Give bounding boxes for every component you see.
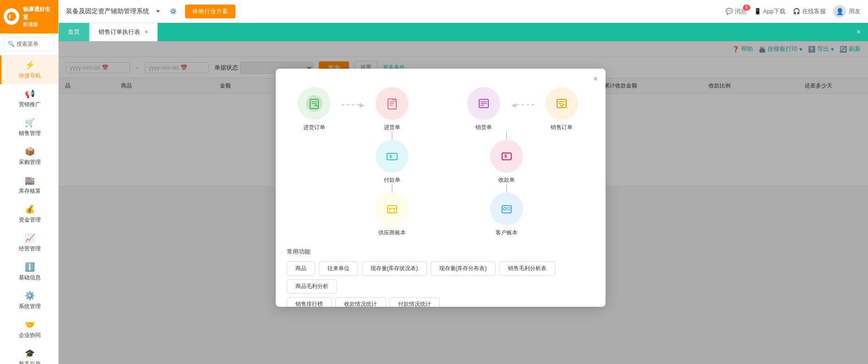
sidebar-item-label: 企业协同 [19, 331, 41, 339]
common-buttons-row1: 商品 往来单位 现存量(库存状况表) 现存量(库存分布表) 销售毛利分析表 商品… [287, 261, 595, 293]
arrow-spacer2 [420, 184, 479, 192]
sales-icon: 🛒 [25, 118, 35, 128]
sidebar-item-quick-nav[interactable]: ⚡ 快捷导航 [0, 55, 58, 84]
sidebar-item-label: 销售管理 [19, 130, 41, 137]
sidebar-item-label: 营销推广 [19, 101, 41, 109]
sidebar-logo: 6 畅康通好生意 标准版 [0, 0, 58, 33]
sidebar-item-basic-info[interactable]: ℹ️ 基础信息 [0, 257, 58, 286]
common-btn-receipt-stats[interactable]: 收款情况统计 [335, 297, 386, 307]
purchase-bill-icon [383, 95, 401, 112]
sidebar-item-enterprise[interactable]: 🤝 企业协同 [0, 315, 58, 344]
common-btn-stock-dist[interactable]: 现存量(库存分布表) [431, 261, 496, 276]
purchase-bill-circle [376, 87, 409, 120]
flow-row-1: 进货订单 ▶ 进 [287, 87, 595, 131]
tab-home-label: 首页 [68, 28, 80, 36]
common-btn-stock-status[interactable]: 现存量(库存状况表) [362, 261, 427, 276]
flow-row-arrows [287, 131, 595, 140]
logo-sub: 标准版 [23, 21, 55, 28]
messages-badge: 5 [743, 5, 750, 11]
flow-node-sales-bill[interactable]: 销货单 [456, 87, 511, 131]
flow-node-receipt[interactable]: ¥ 收款单 [479, 140, 534, 184]
common-btn-payment-stats[interactable]: 付款情况统计 [389, 297, 440, 307]
flow-node-purchase-bill[interactable]: 进货单 [365, 87, 420, 131]
user-menu[interactable]: 👤 用友 [833, 5, 861, 18]
common-btn-goods-margin[interactable]: 商品毛利分析 [287, 279, 337, 293]
flow-node-purchase-order[interactable]: 进货订单 [287, 87, 342, 131]
arrow-right-1: ▶ [342, 101, 365, 109]
sidebar-item-label: 基础信息 [19, 274, 41, 282]
window-close-button[interactable]: × [849, 28, 868, 36]
modal-close-button[interactable]: × [593, 74, 598, 84]
customer-label: 客户账本 [496, 229, 518, 237]
payment-circle: ¥ [376, 140, 409, 173]
sales-bill-circle [467, 87, 500, 120]
search-menu-label: 搜索菜单 [16, 40, 38, 48]
sidebar-item-finance[interactable]: 💰 资金管理 [0, 200, 58, 228]
arrow-left-1: ◀ [511, 101, 534, 109]
sidebar-item-label: 资金管理 [19, 216, 41, 224]
quick-nav-icon: ⚡ [25, 60, 35, 70]
flow-row-3: 供应商账本 客户账本 [287, 192, 595, 237]
flow-node-customer[interactable]: 客户账本 [479, 192, 534, 237]
system-title: 装备及固定资产辅助管理系统 [66, 7, 149, 16]
sidebar-item-label: 经营管理 [19, 245, 41, 253]
messages-button[interactable]: 💬 消息 5 [726, 7, 747, 16]
tab-close-icon[interactable]: × [145, 29, 148, 35]
flow-row-2: ¥ 付款单 ¥ 收款单 [287, 140, 595, 184]
flow-section: 进货订单 ▶ 进 [287, 80, 595, 244]
flow-node-payment[interactable]: ¥ 付款单 [365, 140, 420, 184]
purchase-icon: 📦 [25, 147, 35, 157]
svg-text:¥: ¥ [504, 153, 508, 159]
supplier-icon [383, 200, 401, 217]
sidebar-item-system[interactable]: ⚙️ 系统管理 [0, 286, 58, 315]
app-download-button[interactable]: 📱 App下载 [754, 7, 786, 16]
system-dropdown[interactable] [155, 8, 161, 15]
svg-marker-2 [156, 10, 160, 13]
business-icon: 📈 [25, 233, 35, 243]
common-functions-title: 常用功能 [287, 248, 595, 256]
sidebar-item-label: 采购管理 [19, 158, 41, 166]
arrow-down-sales [479, 131, 534, 140]
receipt-icon: ¥ [498, 147, 515, 165]
search-icon: 🔍 [8, 41, 15, 47]
sidebar-item-marketing[interactable]: 📢 营销推广 [0, 84, 58, 113]
common-buttons-row2: 销售排行榜 收款情况统计 付款情况统计 [287, 297, 595, 307]
tab-sales-label: 销售订单执行表 [98, 28, 140, 36]
svg-point-0 [7, 12, 16, 21]
search-menu-button[interactable]: 🔍 搜索菜单 [4, 37, 55, 51]
supplier-circle [376, 192, 409, 225]
modal-overlay[interactable]: × 进货订单 [59, 41, 868, 364]
common-btn-sales-margin[interactable]: 销售毛利分析表 [499, 261, 555, 276]
flow-node-supplier[interactable]: 供应商账本 [365, 192, 420, 237]
common-btn-sales-rank[interactable]: 销售排行榜 [287, 297, 332, 307]
enterprise-icon: 🤝 [25, 320, 35, 330]
online-service-button[interactable]: 🎧 在线客服 [793, 7, 826, 16]
page-content: ❓ 帮助 🖨️ 按模板打印 ▾ ⬆️ 导出 ▾ 🔄 刷新 [59, 41, 868, 364]
settings-icon[interactable]: ⚙️ [167, 5, 180, 18]
download-icon: 📱 [754, 8, 761, 15]
sidebar-item-inventory[interactable]: 🏬 库存核算 [0, 171, 58, 200]
common-btn-partner[interactable]: 往来单位 [319, 261, 358, 276]
tab-home[interactable]: 首页 [59, 23, 89, 41]
sidebar-nav: ⚡ 快捷导航 📢 营销推广 🛒 销售管理 📦 采购管理 🏬 库存核算 💰 [0, 55, 58, 364]
flow-node-sales-order[interactable]: 销售订单 [534, 87, 589, 131]
try-plan-button[interactable]: 体验行业方案 [185, 5, 235, 18]
sidebar: 6 畅康通好生意 标准版 🔍 搜索菜单 ⚡ 快捷导航 📢 营销推广 🛒 [0, 0, 59, 364]
svg-point-27 [384, 201, 400, 217]
sidebar-item-business[interactable]: 📈 经营管理 [0, 228, 58, 257]
common-btn-goods[interactable]: 商品 [287, 261, 315, 276]
sidebar-search-area: 🔍 搜索菜单 [0, 33, 58, 55]
sidebar-item-sales[interactable]: 🛒 销售管理 [0, 113, 58, 142]
payment-label: 付款单 [384, 176, 400, 184]
svg-text:6: 6 [9, 14, 11, 19]
arrow-down-purchase [365, 131, 420, 140]
purchase-order-icon [306, 95, 323, 112]
main-content: 装备及固定资产辅助管理系统 ⚙️ 体验行业方案 💬 消息 5 📱 App下载 🎧 [59, 0, 868, 364]
sales-bill-label: 销货单 [475, 124, 492, 131]
purchase-order-label: 进货订单 [303, 124, 325, 131]
basic-info-icon: ℹ️ [25, 262, 35, 272]
sidebar-item-purchase[interactable]: 📦 采购管理 [0, 142, 58, 171]
inventory-icon: 🏬 [25, 175, 35, 185]
tab-sales-order[interactable]: 销售订单执行表 × [89, 23, 158, 41]
sidebar-item-guide[interactable]: 🎓 新手引导 [0, 344, 58, 364]
